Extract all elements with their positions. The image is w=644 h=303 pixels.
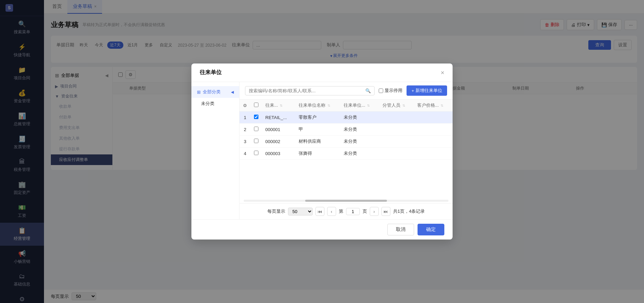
- row-check[interactable]: [251, 124, 262, 136]
- row-code: 000002: [262, 136, 295, 148]
- modal-body: ⊞ 全部分类 ◀ 未分类 🔍 显示停用: [191, 82, 453, 219]
- row-price-level: [414, 136, 453, 148]
- add-partner-label: 新增往来单位: [415, 88, 442, 94]
- th-name-label: 往来单位名称: [299, 103, 325, 108]
- first-page-button[interactable]: ⏮: [315, 207, 324, 216]
- show-disabled-text: 显示停用: [385, 88, 402, 94]
- search-box: 🔍: [245, 86, 375, 95]
- th-settings[interactable]: ⚙: [240, 100, 251, 112]
- row-category: 未分类: [340, 136, 379, 148]
- horizontal-scrollbar[interactable]: [244, 200, 448, 202]
- row-checkbox[interactable]: [254, 115, 258, 119]
- modal-sidebar: ⊞ 全部分类 ◀ 未分类: [191, 82, 240, 219]
- row-category: 未分类: [340, 148, 379, 160]
- th-category[interactable]: 往来单位... ⇅: [340, 100, 379, 112]
- table-row[interactable]: 4 000003 张旖得 未分类: [240, 148, 453, 160]
- plus-icon: +: [411, 88, 414, 93]
- row-settings: 3: [240, 136, 251, 148]
- table-select-all[interactable]: [254, 103, 258, 107]
- modal-close-button[interactable]: ×: [441, 70, 444, 76]
- row-code: 000001: [262, 124, 295, 136]
- sort-icon: ⇅: [280, 104, 282, 107]
- row-salesperson: [379, 148, 414, 160]
- row-num: 4: [244, 151, 246, 156]
- row-checkbox[interactable]: [254, 151, 258, 155]
- cancel-button[interactable]: 取消: [387, 224, 414, 235]
- row-code: 000003: [262, 148, 295, 160]
- next-page-button[interactable]: ›: [370, 207, 379, 216]
- th-category-label: 往来单位...: [344, 103, 365, 108]
- row-code: RETAIL_...: [262, 112, 295, 124]
- page-label: 第: [339, 208, 343, 214]
- add-partner-button[interactable]: + 新增往来单位: [407, 85, 447, 96]
- modal-table: ⚙ 往来... ⇅ 往来单位名称 ⇅: [240, 100, 453, 198]
- show-disabled-label: 显示停用: [379, 88, 402, 94]
- grid-icon: ⊞: [197, 90, 201, 95]
- row-num: 2: [244, 127, 246, 132]
- row-category: 未分类: [340, 124, 379, 136]
- confirm-button[interactable]: 确定: [418, 224, 444, 235]
- row-salesperson: [379, 136, 414, 148]
- per-page-label: 每页显示: [267, 208, 285, 214]
- partner-modal: 往来单位 × ⊞ 全部分类 ◀ 未分类: [191, 63, 453, 240]
- per-page-select[interactable]: 50 20 100: [288, 208, 313, 215]
- table-row[interactable]: 1 RETAIL_... 零散客户 未分类: [240, 112, 453, 124]
- row-name: 甲: [295, 124, 340, 136]
- modal-header: 往来单位 ×: [191, 63, 453, 82]
- row-settings: 4: [240, 148, 251, 160]
- last-page-button[interactable]: ⏭: [381, 207, 390, 216]
- row-checkbox[interactable]: [254, 127, 258, 131]
- search-icon: 🔍: [365, 88, 371, 93]
- table-row[interactable]: 3 000002 材料供应商 未分类: [240, 136, 453, 148]
- modal-overlay: 往来单位 × ⊞ 全部分类 ◀ 未分类: [0, 0, 644, 303]
- th-salesperson-label: 分管人员: [382, 103, 400, 108]
- row-settings: 2: [240, 124, 251, 136]
- row-check[interactable]: [251, 136, 262, 148]
- th-price-level-label: 客户价格...: [417, 103, 439, 108]
- row-name: 零散客户: [295, 112, 340, 124]
- row-category: 未分类: [340, 112, 379, 124]
- sort-icon: ⇅: [402, 104, 405, 107]
- sort-icon: ⇅: [441, 104, 443, 107]
- row-name: 材料供应商: [295, 136, 340, 148]
- modal-pagination: 每页显示 50 20 100 ⏮ ‹ 第 页 › ⏭ 共1页，4条记录: [240, 203, 453, 219]
- page-suffix: 页: [363, 208, 367, 214]
- row-salesperson: [379, 124, 414, 136]
- table-row[interactable]: 2 000001 甲 未分类: [240, 124, 453, 136]
- row-salesperson: [379, 112, 414, 124]
- row-price-level: [414, 148, 453, 160]
- modal-toolbar: 🔍 显示停用 + 新增往来单位: [240, 82, 453, 100]
- row-check[interactable]: [251, 148, 262, 160]
- row-price-level: [414, 112, 453, 124]
- modal-sidebar-all-label: 全部分类: [203, 89, 221, 95]
- row-num: 3: [244, 139, 246, 144]
- modal-footer: 取消 确定: [191, 219, 453, 240]
- row-check[interactable]: [251, 112, 262, 124]
- th-name[interactable]: 往来单位名称 ⇅: [295, 100, 340, 112]
- row-num: 1: [244, 115, 246, 120]
- modal-search-input[interactable]: [249, 88, 364, 93]
- prev-page-button[interactable]: ‹: [327, 207, 336, 216]
- show-disabled-checkbox[interactable]: [379, 89, 383, 93]
- th-check: [251, 100, 262, 112]
- th-code-label: 往来...: [265, 103, 278, 108]
- th-code[interactable]: 往来... ⇅: [262, 100, 295, 112]
- modal-sidebar-unclassified[interactable]: 未分类: [191, 98, 239, 109]
- modal-title: 往来单位: [200, 69, 222, 76]
- row-checkbox[interactable]: [254, 139, 258, 143]
- modal-content: 🔍 显示停用 + 新增往来单位: [240, 82, 453, 219]
- partners-table: ⚙ 往来... ⇅ 往来单位名称 ⇅: [240, 100, 453, 160]
- collapse-icon[interactable]: ◀: [231, 90, 234, 94]
- sort-icon: ⇅: [367, 104, 370, 107]
- modal-sidebar-all[interactable]: ⊞ 全部分类 ◀: [191, 86, 239, 98]
- sort-icon: ⇅: [327, 104, 330, 107]
- row-name: 张旖得: [295, 148, 340, 160]
- page-number-input[interactable]: [346, 208, 360, 215]
- modal-sidebar-item-label: 未分类: [201, 101, 214, 107]
- scrollbar-thumb[interactable]: [305, 200, 387, 202]
- th-salesperson[interactable]: 分管人员 ⇅: [379, 100, 414, 112]
- row-price-level: [414, 124, 453, 136]
- row-settings: 1: [240, 112, 251, 124]
- th-price-level[interactable]: 客户价格... ⇅: [414, 100, 453, 112]
- total-records: 共1页，4条记录: [393, 208, 425, 214]
